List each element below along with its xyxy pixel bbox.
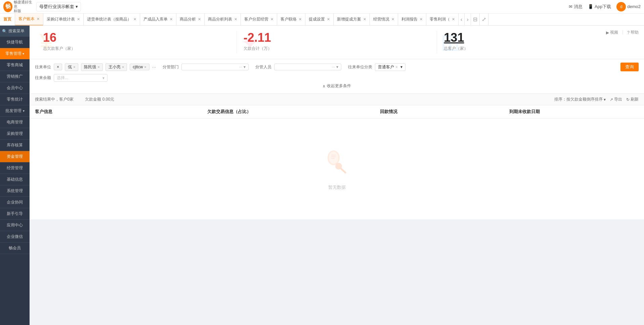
col-payment-status: 回款情况	[380, 109, 509, 115]
tab-operations[interactable]: 经营情况 ✕	[370, 13, 398, 26]
stat-total-number[interactable]: 131	[444, 31, 464, 44]
filter-tag-3-label: 王小亮	[109, 64, 121, 70]
sidebar-item-member-center[interactable]: 会员中心	[0, 82, 30, 94]
sidebar-item-inventory[interactable]: 库存核算	[0, 140, 30, 151]
filter-more-btn[interactable]: ···	[152, 64, 156, 70]
sidebar-item-new-guide[interactable]: 新手引导	[0, 208, 30, 220]
sidebar-item-finance[interactable]: 资金管理	[0, 151, 30, 162]
tab-purchase-stats-close[interactable]: ✕	[133, 17, 136, 22]
app-download-btn[interactable]: 📱 App下载	[588, 4, 611, 10]
app-download-label: App下载	[595, 4, 611, 10]
remainder-placeholder: 选择...	[57, 75, 68, 81]
sidebar-item-retail-mgmt[interactable]: 零售管理 ▾	[0, 48, 30, 60]
tab-home-label: 首页	[3, 16, 11, 22]
empty-icon	[322, 148, 352, 184]
tab-next-btn[interactable]: ›	[465, 13, 471, 26]
tab-promotion-settings[interactable]: 提成设置 ✕	[305, 13, 334, 26]
sidebar-item-batch-mgmt[interactable]: 批发管理 ▾	[0, 105, 30, 117]
classify-close-btn[interactable]: ×	[395, 65, 397, 69]
tab-goods-analysis[interactable]: 商品分析 ✕	[176, 13, 205, 26]
tab-account-book[interactable]: 客户账本 ✕	[15, 13, 43, 26]
tab-purchase-order-close[interactable]: ✕	[77, 17, 80, 22]
tab-promotion-settings-label: 提成设置	[309, 16, 325, 22]
classify-filter-select[interactable]: 普通客户 × ▾	[375, 63, 405, 71]
tab-purchase-order[interactable]: 采购订单统计表 ✕	[43, 13, 84, 26]
refresh-btn[interactable]: ↻ 刷新	[626, 97, 639, 102]
collapse-label: 收起更多条件	[327, 83, 351, 89]
tab-promotion-settings-close[interactable]: ✕	[327, 17, 330, 22]
sidebar-item-purchase[interactable]: 采购管理	[0, 128, 30, 140]
tab-customer-contact-close[interactable]: ✕	[299, 17, 302, 22]
tab-new-promotion-close[interactable]: ✕	[363, 17, 366, 22]
tab-customer-segment-label: 客户分层经营	[244, 16, 268, 22]
sort-arrow-icon: ▾	[604, 97, 606, 102]
sidebar-item-quick-nav[interactable]: 快捷导航	[0, 37, 30, 48]
tab-operations-close[interactable]: ✕	[391, 17, 394, 22]
table-body: 暂无数据	[30, 118, 644, 219]
dept-filter-select[interactable]: ··· ▾	[181, 64, 249, 70]
logo-text: 畅捷通好生意标版	[14, 0, 33, 13]
sidebar-item-member[interactable]: 畅会员	[0, 243, 30, 254]
workspace-selector[interactable]: 母婴行业演示帐套 ▾	[36, 2, 81, 11]
tab-retail-profit[interactable]: 零售利润（ ✕	[426, 13, 459, 26]
person-filter-select[interactable]: ··· ▾	[274, 64, 341, 70]
tab-customer-contact[interactable]: 客户联络 ✕	[277, 13, 305, 26]
tab-product-stock[interactable]: 产成品入库单 ✕	[140, 13, 176, 26]
tab-customer-segment[interactable]: 客户分层经营 ✕	[241, 13, 277, 26]
sidebar-item-enterprise[interactable]: 企业协同	[0, 197, 30, 208]
stat-customers-number[interactable]: 16	[43, 31, 56, 44]
classify-dropdown-icon: ▾	[400, 65, 402, 69]
tab-profit-report-close[interactable]: ✕	[420, 17, 423, 22]
stats-banner: ▶ 视频 | ? 帮助 ¥ 16 总欠款客户（家） ✦ -2.11 欠款合计（万…	[30, 26, 644, 59]
sort-select[interactable]: 排序：按欠款金额倒序排序 ▾	[554, 97, 606, 102]
sidebar-item-retail-shop[interactable]: 零售商城	[0, 60, 30, 71]
sidebar-item-enterprise-wechat[interactable]: 企业微信	[0, 231, 30, 243]
sidebar-item-search-menu[interactable]: 🔍 搜索菜单	[0, 26, 30, 37]
tab-menu-btn[interactable]: ⊟	[471, 13, 480, 26]
filter-tag-2-close[interactable]: ×	[97, 65, 99, 69]
user-area[interactable]: d demo2	[616, 2, 641, 11]
sidebar-item-basic-info[interactable]: 基础信息	[0, 174, 30, 185]
tab-profit-report[interactable]: 利润报告 ✕	[398, 13, 426, 26]
tab-purchase-stats[interactable]: 进货单统计表（按商品） ✕	[84, 13, 140, 26]
tab-account-book-label: 客户账本	[18, 16, 35, 22]
search-icon: 🔍	[2, 29, 7, 34]
sidebar-item-app-center[interactable]: 应用中心	[0, 220, 30, 231]
user-avatar: d	[616, 2, 626, 11]
remainder-select[interactable]: 选择... ▾	[54, 74, 108, 82]
filter-tag-1-close[interactable]: ×	[73, 65, 75, 69]
tab-home[interactable]: 首页	[0, 13, 15, 26]
filter-tag-4-close[interactable]: ×	[144, 65, 146, 69]
tab-goods-analysis-close[interactable]: ✕	[198, 17, 201, 22]
tab-retail-profit-close[interactable]: ✕	[452, 17, 455, 22]
stat-block-amount: ✦ -2.11 欠款合计（万）	[237, 31, 437, 53]
messages-btn[interactable]: ✉ 消息	[569, 4, 583, 10]
filter-tag-all-label: ×	[57, 65, 59, 69]
collapse-filter-btn[interactable]: ∧ 收起更多条件	[35, 82, 639, 90]
filter-tag-3-close[interactable]: ×	[122, 65, 124, 69]
query-button[interactable]: 查询	[620, 63, 639, 71]
sidebar-item-marketing[interactable]: 营销推广	[0, 71, 30, 82]
tab-account-book-close[interactable]: ✕	[37, 17, 40, 21]
filter-tag-3: 王小亮 ×	[105, 63, 127, 71]
sidebar-item-operations-mgmt[interactable]: 经营管理	[0, 162, 30, 174]
filter-tag-2-label: 陈民强	[84, 64, 96, 70]
tab-goods-analysis-list[interactable]: 商品分析列表 ✕	[205, 13, 241, 26]
tab-prev-btn[interactable]: ‹	[459, 13, 465, 26]
unit-filter-label: 往来单位	[35, 64, 51, 70]
tab-product-stock-close[interactable]: ✕	[170, 17, 173, 22]
download-icon: 📱	[588, 4, 593, 9]
sidebar-item-retail-stats[interactable]: 零售统计	[0, 94, 30, 105]
classify-value: 普通客户	[378, 64, 394, 70]
result-text-area: 搜索结果中，客户0家 欠款金额 0.00元	[35, 97, 114, 102]
sidebar-item-ecommerce[interactable]: 电商管理	[0, 117, 30, 128]
tab-purchase-order-label: 采购订单统计表	[47, 16, 75, 22]
sidebar-item-sys-mgmt[interactable]: 系统管理	[0, 185, 30, 197]
tab-goods-analysis-list-close[interactable]: ✕	[234, 17, 237, 22]
tab-new-promotion[interactable]: 新增提成方案 ✕	[334, 13, 370, 26]
export-btn[interactable]: ↗ 导出	[610, 97, 622, 102]
tab-expand-btn[interactable]: ⤢	[480, 13, 488, 26]
tab-customer-segment-close[interactable]: ✕	[270, 17, 273, 22]
main-layout: 🔍 搜索菜单 快捷导航 零售管理 ▾ 零售商城 营销推广 会员中心 零售统计 批…	[0, 26, 644, 325]
result-text: 搜索结果中，客户0家	[35, 97, 74, 102]
